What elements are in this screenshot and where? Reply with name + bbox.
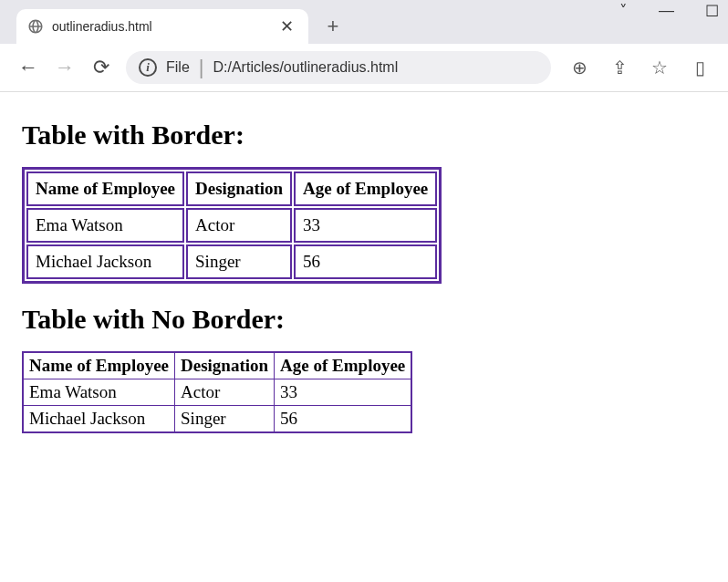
back-button[interactable]: ← [16, 56, 40, 79]
forward-button[interactable]: → [53, 56, 77, 79]
browser-toolbar: ← → ⟳ i File | D:/Articles/outlineradius… [0, 44, 728, 91]
cell: Actor [175, 379, 275, 406]
chevron-down-icon[interactable]: ˅ [619, 2, 628, 21]
table-header-row: Name of Employee Designation Age of Empl… [23, 352, 411, 379]
col-header: Age of Employee [275, 352, 412, 379]
close-tab-icon[interactable]: ✕ [276, 16, 297, 36]
maximize-icon[interactable]: ☐ [705, 2, 719, 21]
tab-bar: outlineradius.html ✕ + ˅ — ☐ [0, 0, 728, 44]
cell: Ema Watson [26, 208, 184, 243]
file-scheme-label: File [166, 59, 190, 76]
col-header: Name of Employee [23, 352, 175, 379]
info-icon[interactable]: i [139, 58, 157, 77]
table-row: Ema Watson Actor 33 [26, 208, 437, 243]
table-no-border: Name of Employee Designation Age of Empl… [22, 351, 412, 433]
divider: | [199, 56, 204, 79]
url-text: D:/Articles/outlineradius.html [213, 59, 399, 76]
cell: Singer [186, 244, 292, 279]
table-row: Ema Watson Actor 33 [23, 379, 411, 406]
cell: 33 [294, 208, 437, 243]
heading-bordered: Table with Border: [22, 120, 706, 151]
share-icon[interactable]: ⇪ [608, 57, 631, 78]
page-content: Table with Border: Name of Employee Desi… [0, 92, 728, 455]
address-bar[interactable]: i File | D:/Articles/outlineradius.html [126, 51, 551, 84]
browser-tab[interactable]: outlineradius.html ✕ [16, 9, 308, 44]
col-header: Designation [186, 171, 292, 206]
heading-noborder: Table with No Border: [22, 304, 706, 335]
bookmark-icon[interactable]: ☆ [648, 57, 671, 78]
cell: 33 [275, 379, 412, 406]
cell: Michael Jackson [23, 406, 175, 433]
globe-icon [27, 18, 44, 35]
cell: Singer [175, 406, 275, 433]
minimize-icon[interactable]: — [659, 2, 674, 21]
col-header: Age of Employee [294, 171, 437, 206]
new-tab-button[interactable]: + [317, 11, 348, 42]
cell: 56 [294, 244, 437, 279]
sidepanel-icon[interactable]: ▯ [688, 57, 712, 78]
cell: 56 [275, 406, 412, 433]
table-header-row: Name of Employee Designation Age of Empl… [26, 171, 437, 206]
tab-title: outlineradius.html [52, 19, 268, 34]
cell: Ema Watson [23, 379, 175, 406]
table-with-border: Name of Employee Designation Age of Empl… [22, 167, 442, 284]
reload-button[interactable]: ⟳ [89, 56, 113, 79]
browser-chrome: outlineradius.html ✕ + ˅ — ☐ ← → ⟳ i Fil… [0, 0, 728, 92]
col-header: Designation [175, 352, 275, 379]
zoom-icon[interactable]: ⊕ [567, 57, 591, 78]
cell: Actor [186, 208, 292, 243]
col-header: Name of Employee [26, 171, 184, 206]
table-row: Michael Jackson Singer 56 [26, 244, 437, 279]
table-row: Michael Jackson Singer 56 [23, 406, 411, 433]
cell: Michael Jackson [26, 244, 184, 279]
window-controls: ˅ — ☐ [619, 2, 719, 21]
